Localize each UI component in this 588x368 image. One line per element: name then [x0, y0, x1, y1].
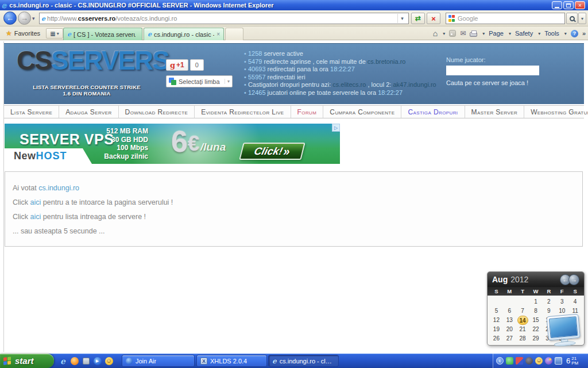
quicklaunch-window-icon[interactable] — [82, 356, 90, 365]
back-button[interactable]: ← — [3, 12, 17, 25]
calendar-day-28[interactable]: 28 — [516, 334, 529, 343]
calendar-day-6[interactable]: 6 — [503, 306, 516, 316]
calendar-day-5[interactable]: 5 — [490, 306, 503, 316]
calendar-day-header: T — [516, 287, 529, 296]
address-dropdown-icon[interactable]: ▾ — [397, 14, 407, 23]
nav-item-lista-servere[interactable]: Lista Servere — [4, 106, 59, 118]
plus-one-button[interactable]: g +1 — [166, 59, 188, 71]
server-list-link[interactable]: aici — [30, 213, 41, 221]
nav-item-forum[interactable]: Forum — [291, 106, 324, 118]
nav-item-castiga-dropuri[interactable]: Castiga Dropuri — [401, 106, 465, 118]
search-dropdown-icon[interactable]: ▾ — [578, 13, 586, 24]
quicklaunch-ie-icon[interactable]: e — [59, 356, 67, 365]
address-field[interactable]: e http://www.csservers.ro/voteaza/cs.ind… — [39, 13, 409, 24]
calendar-day-15[interactable]: 15 — [529, 316, 543, 325]
nav-item-webhosting-gratuit[interactable]: Webhosting Gratuit — [524, 106, 588, 118]
voted-server-link[interactable]: cs.indungi.ro — [38, 184, 79, 192]
history-dropdown-icon[interactable]: ▾ — [32, 16, 35, 21]
calendar-day-13[interactable]: 13 — [503, 316, 516, 325]
language-selector[interactable]: Selectați limba ▾ — [166, 75, 233, 87]
minimize-button[interactable] — [552, 1, 562, 9]
banner-click-button[interactable]: Click! » — [239, 143, 305, 160]
tray-app-icon-dark[interactable] — [525, 357, 533, 365]
calendar-day-29[interactable]: 29 — [529, 334, 543, 343]
tab-close-icon[interactable]: × — [216, 31, 220, 37]
calendar-day-26[interactable]: 26 — [490, 334, 503, 343]
calendar-day-header: S — [568, 287, 582, 296]
forward-button[interactable]: → — [18, 12, 31, 25]
tab-vote-server[interactable]: e [ CS ] - Voteza serverul in fie... — [63, 28, 142, 40]
vote-text: Click — [13, 213, 30, 221]
tab-indungi-active[interactable]: e cs.indungi.ro - clasic - CS... × — [144, 28, 224, 40]
read-mail-icon[interactable]: ✉ — [460, 29, 466, 37]
spec-backup: Backup zilnic — [104, 152, 148, 160]
my-computer-icon[interactable] — [544, 313, 583, 352]
feed-icon[interactable] — [449, 30, 456, 37]
calendar-day-21[interactable]: 21 — [516, 325, 529, 334]
help-icon[interactable]: ? — [571, 30, 578, 37]
home-dropdown-icon[interactable]: ▾ — [443, 31, 445, 36]
calendar-day-14[interactable]: 14 — [517, 316, 528, 325]
calendar-day-22[interactable]: 22 — [529, 325, 543, 334]
tray-app-icon-green[interactable] — [506, 357, 513, 365]
calendar-day-2[interactable]: 2 — [542, 297, 555, 306]
search-button[interactable] — [566, 13, 578, 24]
player-name-input[interactable] — [446, 66, 539, 75]
tray-messenger-smiley-icon[interactable]: ☺ — [535, 357, 543, 365]
server-link[interactable]: cs.bretonia.ro — [368, 58, 406, 65]
tray-collapse-chevron-icon[interactable]: ‹ — [496, 357, 504, 365]
calendar-day-12[interactable]: 12 — [490, 316, 503, 325]
nav-item-download-redirecte[interactable]: Download Redirecte — [119, 106, 195, 118]
taskbar-button-joinair[interactable]: Join Air — [122, 355, 195, 367]
back-to-server-link[interactable]: aici — [30, 198, 41, 206]
server-link[interactable]: cs.elitecs.ro — [332, 81, 366, 88]
tray-app-icon-purple[interactable] — [545, 357, 552, 365]
print-dropdown-icon[interactable]: ▾ — [482, 31, 485, 36]
quicklaunch-messenger-icon[interactable]: ☺ — [105, 356, 113, 365]
vps-banner-ad[interactable]: SERVER VPS NewHOST 512 MB RAM 30 GB HDD … — [5, 124, 340, 164]
search-input[interactable] — [458, 15, 550, 22]
adchoices-icon[interactable]: ▷ — [332, 124, 340, 132]
safety-menu[interactable]: Safety — [515, 30, 533, 37]
tray-app-icon-blue[interactable] — [555, 357, 562, 365]
start-label: start — [15, 356, 34, 366]
nav-item-adauga-server[interactable]: Adauga Server — [59, 106, 118, 118]
nav-item-master-server[interactable]: Master Server — [465, 106, 525, 118]
close-button[interactable]: × — [575, 1, 585, 9]
calendar-day-header: M — [503, 287, 516, 296]
page-menu[interactable]: Page — [489, 30, 504, 37]
quick-launch-bar: e ▶ ☺ — [59, 354, 113, 368]
calendar-day-20[interactable]: 20 — [503, 325, 516, 334]
refresh-button[interactable]: ⇄ — [411, 13, 425, 24]
server-link[interactable]: ak47.indungi.ro — [393, 81, 436, 88]
calendar-day-7[interactable]: 7 — [516, 306, 529, 316]
nav-item-evidenta-redirectelor-live[interactable]: Evidenta Redirectelor Live — [195, 106, 291, 118]
calendar-day-27[interactable]: 27 — [503, 334, 516, 343]
calendar-next-button[interactable]: → — [568, 274, 579, 285]
print-icon[interactable] — [470, 32, 477, 37]
calendar-day-4[interactable]: 4 — [568, 297, 582, 306]
tools-menu[interactable]: Tools — [544, 30, 559, 37]
stop-button[interactable]: × — [427, 13, 440, 24]
quicklaunch-firefox-icon[interactable] — [70, 356, 79, 365]
home-icon[interactable]: ⌂ — [433, 29, 438, 38]
calendar-day-1[interactable]: 1 — [529, 297, 543, 306]
favorites-button[interactable]: ★ Favorites — [3, 28, 42, 39]
calendar-day-8[interactable]: 8 — [529, 306, 543, 316]
quick-tabs-button[interactable]: ▦ ▾ — [46, 28, 63, 39]
tray-app-icon-red[interactable] — [516, 357, 523, 365]
window-titlebar: e cs.indungi.ro - clasic - CS.INDUNGI.RO… — [0, 0, 588, 10]
calendar-day-9[interactable]: 9 — [542, 306, 555, 316]
quicklaunch-mediaplayer-icon[interactable]: ▶ — [93, 356, 102, 365]
new-tab-stub[interactable] — [225, 28, 243, 40]
calendar-day-3[interactable]: 3 — [555, 297, 568, 306]
taskbar-button-browser-active[interactable]: e cs.indungi.ro - clasic -... — [268, 355, 339, 367]
site-logo[interactable]: CSSERVERS — [17, 46, 169, 75]
taskbar-button-xhlds[interactable]: X XHLDS 2.0.4 — [196, 355, 267, 367]
maximize-button[interactable] — [563, 1, 574, 9]
calendar-day-19[interactable]: 19 — [490, 325, 503, 334]
start-button[interactable]: start — [0, 354, 54, 368]
more-commands-icon[interactable]: » — [582, 30, 586, 37]
nav-item-cumpara-componente[interactable]: Cumpara Componente — [323, 106, 401, 118]
calendar-day-empty — [516, 297, 529, 306]
